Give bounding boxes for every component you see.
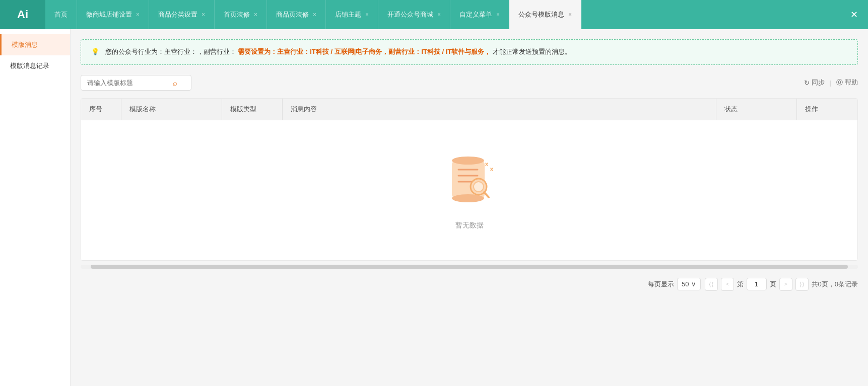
sidebar: 模版消息模版消息记录 [0,29,71,386]
sync-label: 同步 [812,78,825,87]
search-icon[interactable]: ⌕ [173,79,177,87]
empty-text: 暂无数据 [455,221,484,230]
empty-state: 暂无数据 [81,120,857,260]
notice-box: 💡 您的公众号行业为：主营行业：，副营行业： 需要设置为：主营行业：IT科技 /… [81,39,858,65]
nav-tab-close-custom-menu[interactable]: × [496,11,500,18]
nav-tab-close-home-decoration[interactable]: × [254,11,257,18]
sidebar-item-template-msg-record[interactable]: 模版消息记录 [0,55,70,76]
nav-tab-close-product-decoration[interactable]: × [313,11,316,18]
sync-button[interactable]: ↻ 同步 [804,78,825,87]
main-layout: 模版消息模版消息记录 💡 您的公众号行业为：主营行业：，副营行业： 需要设置为：… [0,29,868,386]
col-type: 模版类型 [222,99,283,120]
nav-tab-close-open-mall[interactable]: × [437,11,441,18]
close-all-button[interactable]: ✕ [840,9,868,20]
nav-tab-label: 店铺主题 [335,10,361,19]
search-wrap: ⌕ [81,75,191,91]
pagination: 每页显示 50 ∨ ⟨⟨ ＜ 第 页 ＞ ⟩⟩ 共0页，0条记录 [81,273,858,296]
nav-tab-template-msg[interactable]: 公众号模版消息× [509,0,581,29]
sync-icon: ↻ [804,79,810,87]
nav-tab-open-mall[interactable]: 开通公众号商城× [378,0,450,29]
page-label-pre: 第 [737,280,744,289]
nav-tabs: 首页微商城店铺设置×商品分类设置×首页装修×商品页装修×店铺主题×开通公众号商城… [45,0,840,29]
page-size-dropdown[interactable]: 50 ∨ [677,278,700,290]
content-area: 💡 您的公众号行业为：主营行业：，副营行业： 需要设置为：主营行业：IT科技 /… [71,29,868,386]
nav-tab-label: 公众号模版消息 [518,10,564,19]
toolbar-divider: | [830,79,831,87]
notice-highlight: 需要设置为：主营行业：IT科技 / 互联网|电子商务，副营行业：IT科技 / I… [238,48,491,55]
table-header: 序号 模版名称 模版类型 消息内容 状态 操作 [81,99,857,120]
scrollbar-thumb [91,265,848,269]
nav-tab-label: 微商城店铺设置 [86,10,132,19]
top-nav: Ai 首页微商城店铺设置×商品分类设置×首页装修×商品页装修×店铺主题×开通公众… [0,0,868,29]
nav-tab-shop-theme[interactable]: 店铺主题× [326,0,378,29]
notice-prefix: 您的公众号行业为：主营行业：，副营行业： [105,48,236,55]
notice-suffix: 才能正常发送预置的消息。 [493,48,571,55]
search-bar: ⌕ ↻ 同步 | ⓪ 帮助 [81,75,858,91]
nav-tab-product-decoration[interactable]: 商品页装修× [267,0,326,29]
page-controls: ⟨⟨ ＜ 第 页 ＞ ⟩⟩ 共0页，0条记录 [705,278,858,291]
nav-tab-home-decoration[interactable]: 首页装修× [215,0,267,29]
svg-point-8 [474,182,484,192]
nav-tab-label: 商品页装修 [276,10,309,19]
col-action: 操作 [797,99,857,120]
toolbar-right: ↻ 同步 | ⓪ 帮助 [804,78,858,87]
prev-page-button[interactable]: ＜ [721,278,734,291]
nav-tab-category-settings[interactable]: 商品分类设置× [149,0,215,29]
page-number-input[interactable] [747,278,767,290]
empty-icon [439,150,500,211]
help-icon: ⓪ [836,78,843,87]
svg-point-2 [452,157,484,165]
nav-tab-close-shop-settings[interactable]: × [136,11,140,18]
sidebar-item-template-msg[interactable]: 模版消息 [0,34,70,55]
nav-tab-label: 开通公众号商城 [387,10,433,19]
svg-line-9 [484,192,489,197]
next-page-button[interactable]: ＞ [779,278,792,291]
help-label: 帮助 [845,78,858,87]
nav-tab-close-shop-theme[interactable]: × [365,11,369,18]
nav-tab-close-category-settings[interactable]: × [202,11,205,18]
help-button[interactable]: ⓪ 帮助 [836,78,858,87]
col-status: 状态 [716,99,797,120]
nav-tab-label: 自定义菜单 [459,10,492,19]
nav-tab-close-template-msg[interactable]: × [568,11,572,18]
total-info: 共0页，0条记录 [812,280,858,289]
col-content: 消息内容 [283,99,716,120]
col-index: 序号 [81,99,121,120]
chevron-down-icon: ∨ [691,280,696,288]
table-scrollbar[interactable] [81,265,858,269]
nav-tab-label: 商品分类设置 [158,10,197,19]
last-page-button[interactable]: ⟩⟩ [795,278,809,291]
page-size-select: 每页显示 50 ∨ [648,278,700,290]
nav-tab-shop-settings[interactable]: 微商城店铺设置× [77,0,149,29]
nav-tab-custom-menu[interactable]: 自定义菜单× [450,0,509,29]
page-size-value: 50 [682,280,689,288]
col-name: 模版名称 [121,99,222,120]
first-page-button[interactable]: ⟨⟨ [705,278,718,291]
nav-tab-label: 首页装修 [224,10,250,19]
page-size-label: 每页显示 [648,280,674,289]
data-table: 序号 模版名称 模版类型 消息内容 状态 操作 [81,98,858,261]
search-input[interactable] [87,79,173,87]
nav-tab-label: 首页 [54,10,68,19]
logo: Ai [0,0,45,29]
nav-tab-home[interactable]: 首页 [45,0,77,29]
notice-icon: 💡 [91,48,99,55]
page-label-post: 页 [770,280,776,289]
